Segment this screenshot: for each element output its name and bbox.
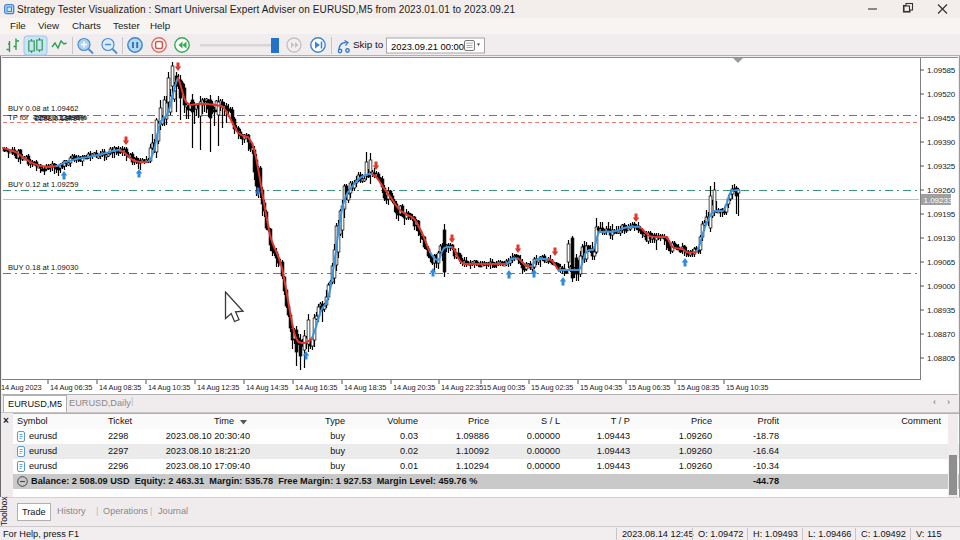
svg-text:14 Aug 10:35: 14 Aug 10:35 (148, 383, 190, 392)
svg-text:14 Aug 08:35: 14 Aug 08:35 (99, 383, 141, 392)
svg-text:2298,0.18#9%: 2298,0.18#9% (35, 114, 84, 123)
svg-text:1.09195: 1.09195 (927, 210, 956, 219)
svg-text:2023.09.21 00:00: 2023.09.21 00:00 (391, 41, 464, 52)
svg-text:14 Aug 22:35: 14 Aug 22:35 (441, 383, 483, 392)
svg-text:1.08870: 1.08870 (927, 330, 956, 339)
svg-text:15 Aug 10:35: 15 Aug 10:35 (726, 383, 768, 392)
svg-text:1.09065: 1.09065 (927, 258, 956, 267)
svg-text:1.08935: 1.08935 (927, 306, 956, 315)
svg-text:1.09455: 1.09455 (927, 114, 956, 123)
svg-text:14 Aug 06:35: 14 Aug 06:35 (50, 383, 92, 392)
svg-text:BUY 0.08 at 1.09462: BUY 0.08 at 1.09462 (8, 104, 78, 113)
svg-text:1.09130: 1.09130 (927, 234, 956, 243)
svg-text:15 Aug 02:35: 15 Aug 02:35 (531, 383, 573, 392)
svg-text:15 Aug 08:35: 15 Aug 08:35 (677, 383, 719, 392)
svg-text:TP for: TP for (8, 113, 29, 122)
svg-text:1.09233: 1.09233 (924, 196, 953, 205)
svg-text:15 Aug 06:35: 15 Aug 06:35 (628, 383, 670, 392)
svg-text:15 Aug 00:35: 15 Aug 00:35 (483, 383, 525, 392)
svg-text:14 Aug 16:35: 14 Aug 16:35 (295, 383, 337, 392)
svg-text:BUY 0.12 at 1.09259: BUY 0.12 at 1.09259 (8, 180, 78, 189)
svg-text:1.09000: 1.09000 (927, 282, 956, 291)
svg-text:14 Aug 14:35: 14 Aug 14:35 (246, 383, 288, 392)
svg-text:1.09520: 1.09520 (927, 90, 956, 99)
svg-text:14 Aug 18:35: 14 Aug 18:35 (344, 383, 386, 392)
svg-text:1.09390: 1.09390 (927, 138, 956, 147)
svg-text:15 Aug 04:35: 15 Aug 04:35 (580, 383, 622, 392)
svg-text:14 Aug 12:35: 14 Aug 12:35 (197, 383, 239, 392)
svg-text:1.09260: 1.09260 (927, 186, 956, 195)
svg-text:BUY 0.18 at 1.09030: BUY 0.18 at 1.09030 (8, 263, 78, 272)
svg-text:14 Aug 2023: 14 Aug 2023 (1, 383, 41, 392)
svg-text:1.09585: 1.09585 (927, 66, 956, 75)
svg-text:1.09325: 1.09325 (927, 162, 956, 171)
svg-text:1.08805: 1.08805 (927, 354, 956, 363)
svg-text:14 Aug 20:35: 14 Aug 20:35 (393, 383, 435, 392)
